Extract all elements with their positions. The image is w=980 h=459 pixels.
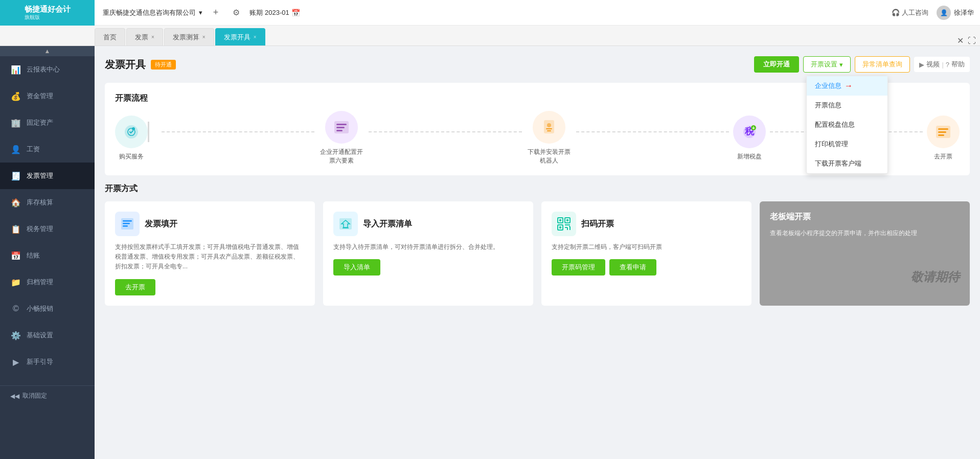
view-apply-button[interactable]: 查看申请 (609, 259, 656, 276)
header-actions: 立即开通 开票设置 ▾ 异常清单查询 ▶ 视频 | ? 帮助 (754, 56, 970, 73)
step4-label: 新增税盘 (737, 152, 762, 161)
close-issue-tab[interactable]: × (254, 34, 257, 40)
method-card-fill: 发票填开 支持按照发票样式手工填开发票；可开具增值税电子普通发票、增值税普通发票… (105, 201, 315, 306)
settings-dropdown-menu: 企业信息 → 开票信息 配置税盘信息 打印机管理 下 (806, 76, 888, 174)
dropdown-item-invoice-info[interactable]: 开票信息 (807, 96, 887, 115)
tab-close-icon[interactable]: ✕ (957, 36, 964, 45)
fill-header: 发票填开 (115, 212, 305, 236)
sidebar-scroll-up[interactable]: ▲ (0, 46, 95, 56)
sidebar-item-salary[interactable]: 👤 工资 (0, 136, 95, 163)
user-info[interactable]: 👤 徐泽华 (937, 6, 974, 20)
sidebar-item-funds[interactable]: 💰 资金管理 (0, 83, 95, 109)
svg-rect-10 (546, 128, 552, 129)
svg-text:+: + (752, 125, 755, 131)
step3-label: 下载并安装开票机器人 (526, 148, 572, 165)
dropdown-item-tax-config[interactable]: 配置税盘信息 (807, 115, 887, 134)
sidebar-cancel-fixed[interactable]: ◀◀ 取消固定 (0, 385, 95, 406)
invoice-icon: 🧾 (10, 170, 21, 181)
company-dropdown-icon: ▾ (199, 9, 202, 16)
boss-desc: 查看老板端小程序提交的开票申请，并作出相应的处理 (770, 228, 960, 238)
sidebar: ▲ 📊 云报表中心 💰 资金管理 🏢 固定资产 👤 工资 🧾 发票管理 (0, 46, 95, 459)
calendar-icon[interactable]: 📅 (291, 9, 300, 17)
settings-icon[interactable]: ⚙ (229, 6, 243, 20)
step5-label: 去开票 (934, 152, 952, 161)
flow-step-4: 税+ 新增税盘 (733, 116, 766, 161)
tab-invoice-issue[interactable]: 发票开具 × (215, 28, 265, 45)
sidebar-item-settings[interactable]: ⚙️ 基础设置 (0, 322, 95, 349)
tab-invoice[interactable]: 发票 × (126, 28, 163, 45)
step2-label: 企业开通配置开票六要素 (318, 148, 364, 165)
import-button[interactable]: 导入清单 (333, 259, 380, 276)
help-icon[interactable]: ? (946, 61, 949, 68)
svg-rect-6 (336, 127, 345, 128)
connector-dots-1 (157, 131, 318, 132)
svg-rect-7 (336, 130, 343, 131)
svg-rect-21 (123, 220, 132, 222)
logo-area: 畅捷通好会计 旗舰版 (0, 0, 95, 26)
tab-invoice-calc[interactable]: 发票测算 × (164, 28, 214, 45)
top-actions: + ⚙ 账期 2023-01 📅 (209, 6, 300, 20)
settings-button[interactable]: 开票设置 ▾ (803, 56, 851, 73)
dropdown-item-download-client[interactable]: 下载开票客户端 (807, 154, 887, 173)
svg-rect-28 (559, 219, 561, 221)
play-icon[interactable]: ▶ (919, 61, 924, 68)
step3-icon (533, 111, 565, 144)
scan-desc: 支持定制开票二维码，客户端可扫码开票 (552, 242, 741, 252)
fill-icon (115, 212, 140, 236)
import-icon (333, 212, 358, 236)
expense-icon: © (10, 303, 21, 314)
sidebar-item-close[interactable]: 📅 结账 (0, 242, 95, 269)
svg-rect-30 (559, 226, 561, 228)
content-area: 发票开具 待开通 立即开通 开票设置 ▾ 异常清单查询 ▶ 视频 | ? (95, 46, 980, 459)
svg-rect-23 (123, 225, 128, 227)
page-header: 发票开具 待开通 立即开通 开票设置 ▾ 异常清单查询 ▶ 视频 | ? (105, 56, 970, 73)
top-right: 🎧 人工咨询 👤 徐泽华 (892, 6, 974, 20)
close-invoice-tab[interactable]: × (151, 34, 154, 40)
period-display: 账期 2023-01 📅 (249, 8, 300, 17)
inventory-icon: 🏠 (10, 197, 21, 208)
sidebar-item-fixedassets[interactable]: 🏢 固定资产 (0, 109, 95, 136)
tab-home[interactable]: 首页 (95, 28, 125, 45)
sidebar-item-yunreport[interactable]: 📊 云报表中心 (0, 56, 95, 83)
method-card-scan: 扫码开票 支持定制开票二维码，客户端可扫码开票 开票码管理 查看申请 (541, 201, 751, 306)
svg-rect-18 (938, 131, 946, 133)
boss-header: 老板端开票 (770, 212, 960, 222)
dropdown-item-printer[interactable]: 打印机管理 (807, 134, 887, 154)
sidebar-item-archive[interactable]: 📁 归档管理 (0, 269, 95, 295)
svg-rect-22 (123, 223, 130, 224)
tab-expand-icon[interactable]: ⛶ (968, 36, 976, 45)
dropdown-arrow: → (845, 81, 853, 90)
flow-step-3: 下载并安装开票机器人 (526, 111, 572, 165)
fill-go-button[interactable]: 去开票 (115, 279, 155, 295)
svg-point-9 (547, 123, 551, 127)
qr-manage-button[interactable]: 开票码管理 (552, 259, 605, 276)
consult-button[interactable]: 🎧 人工咨询 (892, 8, 928, 17)
video-help-area: ▶ 视频 | ? 帮助 (914, 57, 970, 72)
close-calc-tab[interactable]: × (202, 34, 206, 40)
sidebar-item-expense[interactable]: © 小畅报销 (0, 295, 95, 322)
sidebar-item-tax[interactable]: 📋 税务管理 (0, 216, 95, 242)
step5-icon (927, 116, 960, 148)
svg-rect-29 (566, 219, 568, 221)
fixedassets-icon: 🏢 (10, 117, 21, 128)
exception-button[interactable]: 异常清单查询 (855, 56, 910, 73)
sidebar-item-guide[interactable]: ▶ 新手引导 (0, 349, 95, 375)
svg-rect-19 (938, 134, 944, 136)
connector-dots-3 (572, 131, 733, 132)
status-badge: 待开通 (151, 60, 176, 70)
add-button[interactable]: + (209, 6, 223, 20)
svg-rect-5 (336, 124, 347, 125)
guide-icon: ▶ (10, 356, 21, 368)
connector-1 (148, 122, 149, 142)
dropdown-item-company[interactable]: 企业信息 → (807, 76, 887, 96)
scan-title: 扫码开票 (581, 219, 614, 230)
methods-section: 开票方式 发票填开 支持按照发票样式手工填开发票；可开具增值税电子普通发票、增值… (105, 183, 970, 306)
flow-step-5: 去开票 (927, 116, 960, 161)
sidebar-item-invoice[interactable]: 🧾 发票管理 (0, 163, 95, 189)
activate-button[interactable]: 立即开通 (754, 56, 799, 73)
import-desc: 支持导入待开票清单，可对待开票清单进行拆分、合并处理。 (333, 242, 523, 252)
scan-icon (552, 212, 576, 236)
company-selector[interactable]: 重庆畅捷交通信息咨询有限公司 ▾ (103, 8, 202, 17)
sidebar-item-inventory[interactable]: 🏠 库存核算 (0, 189, 95, 216)
step1-icon (115, 116, 148, 148)
